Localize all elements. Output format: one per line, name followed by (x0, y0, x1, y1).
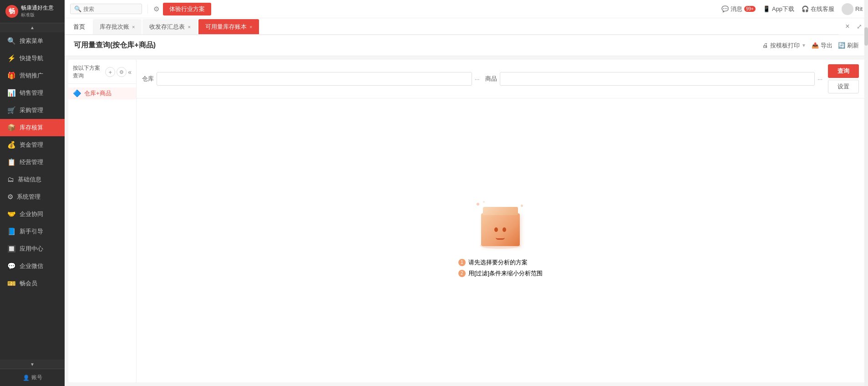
customer-service-button[interactable]: 🎧 在线客服 (802, 5, 834, 13)
sidebar-item-appcenter[interactable]: 🔲 应用中心 (0, 240, 65, 257)
sidebar-item-icon-search: 🔍 (7, 37, 16, 45)
sidebar-item-label-search: 搜索菜单 (20, 37, 43, 45)
sidebar-item-corp[interactable]: 🤝 企业协同 (0, 206, 65, 223)
empty-state: 1 请先选择要分析的方案 2 用[过滤]条件来缩小分析范围 (458, 201, 543, 280)
message-icon: 💬 (721, 5, 729, 12)
sidebar-item-inventory[interactable]: 📦 库存核算 (0, 119, 65, 136)
scheme-item-label: 仓库+商品 (84, 89, 112, 98)
export-icon: 📤 (812, 42, 819, 49)
print-button[interactable]: 🖨 按模板打印 ▼ (762, 41, 806, 50)
sidebar-item-icon-inventory: 📦 (7, 124, 16, 132)
close-button[interactable]: × (843, 21, 853, 31)
sidebar-item-member[interactable]: 🎫 畅会员 (0, 275, 65, 292)
messages-label: 消息 (731, 5, 742, 13)
user-icon: 👤 (23, 375, 30, 381)
filter-product-input[interactable] (500, 72, 815, 86)
print-label: 按模板打印 (770, 41, 800, 50)
main-content: 🔍 ⚙ 体验行业方案 💬 消息 99+ 📱 App下载 🎧 在线客服 Rit (65, 0, 868, 386)
sidebar-item-system[interactable]: ⚙ 系统管理 (0, 188, 65, 206)
scheme-list: 🔷 仓库+商品 (68, 84, 136, 103)
manage-scheme-button[interactable]: ⚙ (117, 67, 127, 77)
sidebar-item-finance[interactable]: 💰 资金管理 (0, 136, 65, 154)
industry-solution-button[interactable]: 体验行业方案 (163, 3, 211, 15)
sidebar-item-label-shortcut: 快捷导航 (20, 54, 43, 62)
tab-home[interactable]: 首页 (66, 19, 92, 34)
sidebar-item-icon-corp: 🤝 (7, 210, 16, 218)
sidebar-item-sales[interactable]: 📊 销售管理 (0, 84, 65, 102)
window-controls: × ⤢ (839, 21, 868, 31)
filter-warehouse-more[interactable]: ··· (475, 76, 480, 82)
logo-badge: 标准版 (21, 12, 54, 18)
sidebar-item-label-inventory: 库存核算 (20, 124, 43, 132)
sidebar-item-label-newguide: 新手引导 (20, 227, 43, 236)
topbar-search-box[interactable]: 🔍 (70, 4, 142, 14)
refresh-label: 刷新 (847, 41, 859, 50)
sidebar-item-icon-newguide: 📘 (7, 227, 16, 236)
sidebar-item-label-corp: 企业协同 (20, 210, 43, 218)
sidebar-item-label-purchase: 采购管理 (20, 106, 43, 114)
settings-icon[interactable]: ⚙ (153, 5, 159, 13)
tab-available[interactable]: 可用量库存账本 × (198, 19, 259, 34)
sidebar-item-newguide[interactable]: 📘 新手引导 (0, 223, 65, 240)
table-area: 1 请先选择要分析的方案 2 用[过滤]条件来缩小分析范围 (137, 98, 864, 382)
collapse-button[interactable]: « (128, 68, 132, 76)
add-scheme-button[interactable]: + (105, 67, 115, 77)
filter-product-more[interactable]: ··· (817, 76, 822, 82)
scheme-item-warehouse-product[interactable]: 🔷 仓库+商品 (68, 87, 136, 99)
export-button[interactable]: 📤 导出 (812, 41, 832, 50)
page-title: 可用量查询(按仓库+商品) (74, 41, 156, 50)
sidebar-item-search[interactable]: 🔍 搜索菜单 (0, 32, 65, 50)
tab-batch-label: 库存批次账 (100, 23, 129, 31)
app-download-button[interactable]: 📱 App下载 (763, 5, 794, 13)
sidebar-item-purchase[interactable]: 🛒 采购管理 (0, 102, 65, 119)
sidebar-scroll-up[interactable]: ▲ (0, 23, 65, 32)
tab-batch-close[interactable]: × (132, 24, 135, 30)
scheme-label: 按以下方案查询 (73, 64, 105, 80)
sidebar-item-icon-member: 🎫 (7, 279, 16, 288)
page-content: 可用量查询(按仓库+商品) 🖨 按模板打印 ▼ 📤 导出 🔄 刷新 (65, 35, 868, 386)
export-label: 导出 (821, 41, 832, 50)
sidebar-item-corpwechat[interactable]: 💬 企业微信 (0, 257, 65, 275)
user-menu[interactable]: Rit (842, 3, 863, 15)
maximize-button[interactable]: ⤢ (854, 21, 864, 31)
sidebar-footer[interactable]: 👤 账号 (0, 369, 65, 386)
sidebar-item-shortcut[interactable]: ⚡ 快捷导航 (0, 50, 65, 67)
tab-summary-close[interactable]: × (188, 24, 190, 30)
empty-tip-2-num: 2 (458, 270, 466, 277)
empty-tip-1: 1 请先选择要分析的方案 (458, 258, 543, 267)
tab-batch[interactable]: 库存批次账 × (93, 19, 142, 34)
username: Rit (855, 5, 863, 12)
empty-tip-1-text: 请先选择要分析的方案 (468, 258, 528, 267)
sidebar-item-icon-corpwechat: 💬 (7, 262, 16, 270)
tab-summary[interactable]: 收发存汇总表 × (142, 19, 197, 34)
sidebar-item-icon-sales: 📊 (7, 89, 16, 97)
refresh-button[interactable]: 🔄 刷新 (838, 41, 859, 50)
settings-button[interactable]: 设置 (828, 80, 859, 93)
empty-tip-1-num: 1 (458, 259, 466, 266)
sidebar-item-icon-system: ⚙ (7, 193, 13, 201)
messages-badge: 99+ (744, 6, 756, 12)
scheme-item-icon: 🔷 (73, 89, 81, 98)
query-button[interactable]: 查询 (828, 64, 859, 78)
empty-illustration (473, 201, 528, 251)
sidebar-item-icon-operations: 📋 (7, 158, 16, 166)
print-dropdown-icon[interactable]: ▼ (802, 43, 806, 48)
sidebar-item-label-member: 畅会员 (20, 279, 37, 288)
search-input[interactable] (83, 6, 138, 12)
sidebar-scroll-down[interactable]: ▼ (0, 360, 65, 369)
topbar-divider (147, 5, 148, 14)
sidebar-item-basics[interactable]: 🗂 基础信息 (0, 171, 65, 188)
filter-warehouse-input[interactable] (157, 72, 472, 86)
sidebar-item-label-finance: 资金管理 (20, 141, 43, 149)
messages-button[interactable]: 💬 消息 99+ (721, 5, 756, 13)
sidebar-item-label-operations: 经营管理 (20, 158, 43, 166)
topbar: 🔍 ⚙ 体验行业方案 💬 消息 99+ 📱 App下载 🎧 在线客服 Rit (65, 0, 868, 18)
empty-tip-2: 2 用[过滤]条件来缩小分析范围 (458, 269, 543, 278)
sidebar-item-operations[interactable]: 📋 经营管理 (0, 154, 65, 171)
sidebar-item-marketing[interactable]: 🎁 营销推广 (0, 67, 65, 84)
sidebar-item-icon-finance: 💰 (7, 141, 16, 149)
tab-available-close[interactable]: × (249, 24, 252, 30)
sidebar-item-label-system: 系统管理 (17, 193, 41, 201)
scrollbar[interactable] (864, 0, 868, 386)
sidebar-item-icon-basics: 🗂 (7, 175, 14, 183)
